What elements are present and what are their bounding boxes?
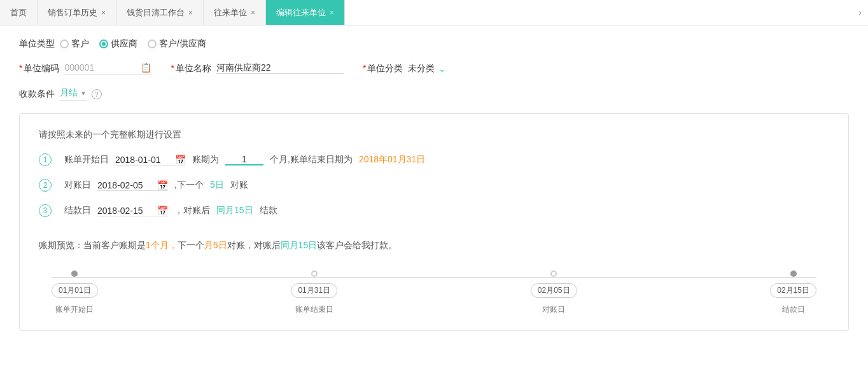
step-2-highlight: 5日: [210, 179, 224, 191]
timeline-dot-start: [71, 271, 78, 277]
step-2-label: 对账日: [64, 179, 91, 191]
step-2-calendar-icon[interactable]: 📅: [157, 180, 168, 190]
step-3-calendar-icon[interactable]: 📅: [157, 206, 168, 216]
tab-more-arrow[interactable]: ›: [852, 0, 868, 25]
tab-sales-order-close[interactable]: ×: [101, 8, 106, 17]
step-1-date-field[interactable]: [115, 155, 172, 165]
tab-home[interactable]: 首页: [0, 0, 38, 25]
payment-value: 月结: [60, 87, 78, 99]
timeline-items: 01月01日 账单开始日 01月31日 账单结束日: [52, 271, 816, 315]
preview-prefix: 账期预览：当前客户账期是: [39, 240, 146, 250]
unit-code-icon[interactable]: 📋: [141, 62, 151, 73]
step-row-2: 2 对账日 📅 ,下一个 5日 对账: [39, 179, 829, 192]
timeline-label-0: 账单开始日: [55, 304, 94, 315]
step-3-date-field[interactable]: [97, 206, 155, 216]
timeline-item-2: 02月05日 对账日: [531, 271, 577, 315]
step-1-label: 账单开始日: [64, 154, 109, 165]
timeline-item-0: 01月01日 账单开始日: [52, 271, 98, 315]
preview-reconcile-prefix: 下一个: [178, 240, 204, 250]
radio-customer-circle: [60, 39, 69, 48]
unit-code-input-wrapper: 📋: [64, 62, 151, 74]
step-content-1: 账单开始日 📅 账期为 个月,账单结束日期为 2018年01月31日: [64, 154, 425, 165]
preview-period: 1个月，: [146, 240, 178, 250]
step-num-2: 2: [39, 179, 52, 192]
payment-row: 收款条件 月结 ▼ ?: [19, 87, 849, 101]
unit-name-group: 单位名称: [171, 63, 343, 74]
timeline-item-1: 01月31日 账单结束日: [291, 271, 337, 315]
preview-payment-highlight: 同月15日: [281, 240, 318, 250]
preview-reconcile-highlight: 月5日: [204, 240, 227, 250]
unit-category-value: 未分类: [408, 63, 435, 74]
unit-category-group: 单位分类 未分类 ⌄: [363, 63, 446, 74]
step-row-3: 3 结款日 📅 ，对账后 同月15日 结款: [39, 204, 829, 217]
category-dropdown-icon: ⌄: [438, 64, 446, 74]
timeline-label-3: 结款日: [782, 304, 805, 315]
timeline-badge-3: 02月15日: [770, 283, 816, 298]
step-content-2: 对账日 📅 ,下一个 5日 对账: [64, 179, 248, 191]
tab-partner[interactable]: 往来单位 ×: [204, 0, 266, 25]
step-3-label: 结款日: [64, 205, 91, 216]
tab-sales-order-label: 销售订单历史: [48, 7, 97, 18]
radio-customer-supplier[interactable]: 客户/供应商: [148, 38, 206, 50]
payment-select[interactable]: 月结 ▼: [60, 87, 87, 101]
radio-customer[interactable]: 客户: [60, 38, 89, 50]
tab-bar: 首页 销售订单历史 × 钱货日清工作台 × 往来单位 × 编辑往来单位 × ›: [0, 0, 868, 25]
main-content: 单位类型 客户 供应商 客户/供应商 单位编码: [0, 25, 868, 387]
timeline-dot-2: [550, 271, 557, 277]
unit-type-radio-group: 客户 供应商 客户/供应商: [60, 38, 206, 50]
tab-sales-order[interactable]: 销售订单历史 ×: [38, 0, 116, 25]
tab-edit-partner-label: 编辑往来单位: [276, 7, 326, 18]
step-3-suffix: 结款: [260, 205, 277, 216]
timeline-label-2: 对账日: [542, 304, 565, 315]
radio-customer-supplier-label: 客户/供应商: [159, 38, 206, 50]
timeline-label-1: 账单结束日: [295, 304, 333, 315]
settings-title: 请按照未来的一个完整帐期进行设置: [39, 129, 829, 141]
period-input[interactable]: [225, 154, 263, 165]
timeline-dot-end: [790, 271, 797, 277]
radio-customer-label: 客户: [71, 38, 89, 50]
timeline-badge-1: 01月31日: [291, 283, 337, 298]
unit-type-group: 单位类型 客户 供应商 客户/供应商: [19, 38, 206, 50]
unit-type-row: 单位类型 客户 供应商 客户/供应商: [19, 38, 849, 50]
tab-partner-label: 往来单位: [214, 7, 247, 18]
tab-edit-partner-close[interactable]: ×: [330, 8, 334, 17]
step-2-suffix: 对账: [230, 179, 248, 191]
step-num-1: 1: [39, 153, 52, 166]
payment-group: 收款条件 月结 ▼ ?: [19, 87, 102, 101]
settings-box: 请按照未来的一个完整帐期进行设置 1 账单开始日 📅 账期为 个月,账单结束日期…: [19, 113, 849, 331]
tab-cash-work-close[interactable]: ×: [188, 8, 193, 17]
timeline-wrapper: 01月01日 账单开始日 01月31日 账单结束日: [39, 271, 829, 315]
step-content-3: 结款日 📅 ，对账后 同月15日 结款: [64, 205, 277, 216]
unit-code-input[interactable]: [64, 62, 141, 73]
unit-name-input[interactable]: [216, 63, 344, 74]
tab-home-label: 首页: [10, 7, 27, 18]
step-2-prefix: ,下一个: [174, 179, 204, 191]
help-icon[interactable]: ?: [92, 89, 102, 99]
unit-category-select[interactable]: 未分类 ⌄: [408, 63, 446, 74]
unit-code-group: 单位编码 📋: [19, 62, 151, 74]
step-2-date-field[interactable]: [97, 180, 155, 190]
tab-edit-partner[interactable]: 编辑往来单位 ×: [266, 0, 345, 25]
tab-partner-close[interactable]: ×: [251, 8, 255, 17]
step-3-date-input: 📅: [97, 206, 168, 216]
radio-supplier[interactable]: 供应商: [99, 38, 137, 50]
step-1-suffix-after: 个月,账单结束日期为: [270, 154, 353, 165]
unit-category-label: 单位分类: [363, 63, 403, 74]
timeline-dot-1: [311, 271, 318, 277]
step-1-end-date: 2018年01月31日: [359, 154, 425, 165]
preview-suffix: 该客户会给我打款。: [317, 240, 397, 250]
step-2-date-input: 📅: [97, 180, 168, 191]
timeline-badge-2: 02月05日: [531, 283, 577, 298]
timeline-badge-0: 01月01日: [52, 283, 98, 298]
step-3-prefix: ，对账后: [174, 205, 210, 216]
preview-text: 账期预览：当前客户账期是1个月，下一个月5日对账，对账后同月15日该客户会给我打…: [39, 240, 829, 251]
unit-name-label: 单位名称: [171, 63, 211, 74]
timeline-date-0: 01月01日: [59, 286, 91, 295]
tab-cash-work[interactable]: 钱货日清工作台 ×: [116, 0, 204, 25]
step-1-calendar-icon[interactable]: 📅: [175, 155, 186, 165]
unit-code-label: 单位编码: [19, 63, 59, 74]
timeline-item-3: 02月15日 结款日: [770, 271, 816, 315]
preview-reconcile-suffix: 对账，对账后: [227, 240, 281, 250]
step-row-1: 1 账单开始日 📅 账期为 个月,账单结束日期为 2018年01月31日: [39, 153, 829, 166]
unit-type-label: 单位类型: [19, 38, 55, 50]
